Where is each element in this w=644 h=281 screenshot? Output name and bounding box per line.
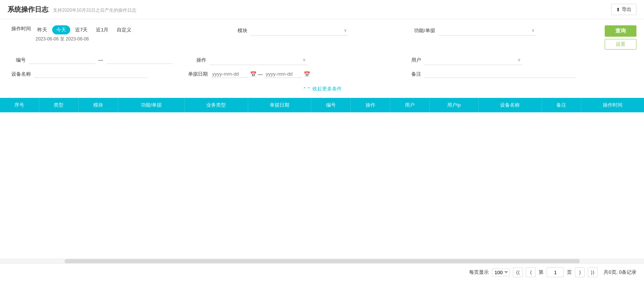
table-header-序号: 序号 <box>0 98 39 112</box>
doc-date-to-group: 📅 <box>264 70 310 78</box>
table-header-单据日期: 单据日期 <box>248 98 311 112</box>
horizontal-scrollbar[interactable] <box>0 259 644 263</box>
remark-label: 备注 <box>403 71 424 78</box>
page-title: 系统操作日志 <box>8 5 48 14</box>
prev-page-button[interactable]: ⟨ <box>526 267 536 277</box>
func-chevron-icon: ∨ <box>531 28 535 33</box>
table-header-操作: 操作 <box>351 98 390 112</box>
export-icon: ⬆ <box>616 7 620 12</box>
func-select[interactable]: ∨ <box>438 25 536 36</box>
doc-date-to-input[interactable] <box>264 70 302 78</box>
user-select[interactable]: ∨ <box>424 55 522 65</box>
user-label: 用户 <box>403 57 424 64</box>
first-page-button[interactable]: ⟨⟨ <box>513 267 523 277</box>
time-btn-custom[interactable]: 自定义 <box>113 25 135 34</box>
table-header-备注: 备注 <box>542 98 581 112</box>
no-to-input[interactable] <box>106 56 173 64</box>
time-btn-1month[interactable]: 近1月 <box>93 25 112 34</box>
query-button[interactable]: 查询 <box>605 25 636 37</box>
no-dash: — <box>95 57 106 63</box>
table-header-操作时间: 操作时间 <box>581 98 644 112</box>
doc-date-label: 单据日期 <box>188 71 211 78</box>
date-range-display: 2023-06-06 至 2023-06-06 <box>36 36 135 42</box>
op-select[interactable]: ∨ <box>209 55 307 65</box>
doc-date-separator: — <box>256 71 264 77</box>
module-select[interactable]: ∨ <box>250 25 349 36</box>
time-btn-yesterday[interactable]: 昨天 <box>34 25 51 34</box>
calendar-from-icon[interactable]: 📅 <box>250 71 256 77</box>
remark-input[interactable] <box>424 70 522 78</box>
doc-date-from-input[interactable] <box>211 70 249 78</box>
export-button[interactable]: ⬆ 导出 <box>611 4 636 15</box>
table-header-用户ip: 用户ip <box>429 98 478 112</box>
total-info: 共0页, 0条记录 <box>604 269 636 276</box>
pagination-bar: 每页显示 100 50 200 ⟨⟨ ⟨ 第 页 ⟩ ⟩⟩ 共0页, 0条记录 <box>0 263 644 281</box>
table-header-类型: 类型 <box>39 98 78 112</box>
time-label: 操作时间 <box>8 25 34 32</box>
table-header-业务类型: 业务类型 <box>185 98 248 112</box>
module-label: 模块 <box>229 27 250 34</box>
no-label: 编号 <box>8 57 29 64</box>
next-page-button[interactable]: ⟩ <box>575 267 585 277</box>
last-page-button[interactable]: ⟩⟩ <box>588 267 598 277</box>
device-input[interactable] <box>34 70 140 78</box>
calendar-to-icon[interactable]: 📅 <box>304 71 310 77</box>
table-container: 序号类型模块功能/单据业务类型单据日期编号操作用户用户ip设备名称备注操作时间 <box>0 98 644 259</box>
time-btn-today[interactable]: 今天 <box>52 25 70 34</box>
settings-button[interactable]: 设置 <box>605 39 636 50</box>
time-btn-7days[interactable]: 近7天 <box>72 25 91 34</box>
collapse-up-icon: ⌃⌃ <box>303 86 311 92</box>
page-subtitle: 支持2020年10月31日之后产生的操作日志 <box>53 7 136 14</box>
user-chevron-icon: ∨ <box>517 57 521 62</box>
collapse-button[interactable]: ⌃⌃ 收起更多条件 <box>303 85 342 92</box>
page-number-input[interactable] <box>547 267 564 277</box>
per-page-select[interactable]: 100 50 200 <box>492 269 510 276</box>
table-header-用户: 用户 <box>390 98 429 112</box>
table-header-模块: 模块 <box>79 98 118 112</box>
table-header-设备名称: 设备名称 <box>478 98 542 112</box>
device-label: 设备名称 <box>8 71 34 78</box>
module-chevron-icon: ∨ <box>344 28 347 33</box>
per-page-label: 每页显示 <box>469 269 489 276</box>
doc-date-from-group: 📅 <box>211 70 256 78</box>
op-label: 操作 <box>188 57 209 64</box>
table-header-编号: 编号 <box>311 98 351 112</box>
page-label: 第 <box>539 269 544 276</box>
op-chevron-icon: ∨ <box>303 57 306 62</box>
func-label: 功能/单据 <box>414 27 438 34</box>
table-header-功能/单据: 功能/单据 <box>118 98 184 112</box>
no-from-input[interactable] <box>29 56 95 64</box>
page-suffix: 页 <box>567 269 572 276</box>
